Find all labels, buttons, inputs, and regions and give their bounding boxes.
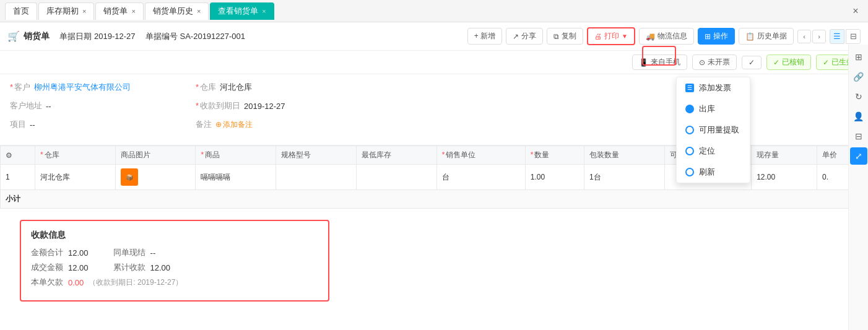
row-image: 📦 xyxy=(115,165,196,190)
doc-date-field: 单据日期 2019-12-27 xyxy=(59,31,136,42)
effect-icon: ✓ xyxy=(823,58,829,67)
copy-icon: ⧉ xyxy=(553,32,559,41)
history-button-label: 历史单据 xyxy=(757,31,787,41)
sidebar-link-icon[interactable]: 🔗 xyxy=(850,68,867,85)
due-date-field: 收款到期日 2019-12-27 xyxy=(196,100,369,111)
tab-sales-history[interactable]: 销货单历史 × xyxy=(145,2,209,20)
cumulative-item: 累计收款 12.00 xyxy=(113,262,171,273)
tab-inventory-label: 库存期初 xyxy=(46,6,79,17)
print-button[interactable]: 🖨 打印 ▼ xyxy=(587,27,635,45)
add-note-icon: ⊕ xyxy=(215,120,222,129)
share-icon: ↗ xyxy=(513,32,519,41)
tab-inventory[interactable]: 库存期初 × xyxy=(38,2,94,20)
window-close-button[interactable]: × xyxy=(848,4,863,19)
confirm-icon: ✓ xyxy=(749,58,755,67)
sidebar-user-icon[interactable]: 👤 xyxy=(850,108,867,125)
doc-title-text: 销货单 xyxy=(24,31,50,42)
doc-number-field: 单据编号 SA-20191227-001 xyxy=(145,31,246,42)
share-button[interactable]: ↗ 分享 xyxy=(506,28,543,45)
add-invoice-icon: ☰ xyxy=(685,84,694,92)
not-open-button[interactable]: ⊙ 未开票 xyxy=(692,54,737,70)
available-qty-icon xyxy=(685,126,694,134)
total-amount-label: 金额合计 xyxy=(31,247,63,258)
address-label: 客户地址 xyxy=(10,100,42,111)
confirm-check[interactable]: ✓ xyxy=(742,56,762,69)
tab-view-sales-close[interactable]: × xyxy=(262,7,266,15)
product-image: 📦 xyxy=(121,168,138,186)
overdue-label: 本单欠款 xyxy=(31,277,63,288)
doc-date-label: 单据日期 xyxy=(59,31,92,42)
outbound-menu-item[interactable]: 出库 xyxy=(677,98,750,119)
cumulative-value: 12.00 xyxy=(150,263,171,272)
sidebar-rotate-icon[interactable]: ↻ xyxy=(850,88,867,105)
refresh-menu-item[interactable]: 刷新 xyxy=(677,162,750,183)
tab-view-sales[interactable]: 查看销货单 × xyxy=(210,2,274,20)
project-value: -- xyxy=(30,120,35,129)
refresh-label: 刷新 xyxy=(699,167,715,178)
col-warehouse: 仓库 xyxy=(35,146,115,165)
tab-sales-label: 销货单 xyxy=(103,6,128,17)
row-warehouse: 河北仓库 xyxy=(35,165,115,190)
logistics-button-label: 物流信息 xyxy=(658,31,687,41)
sidebar-expand-icon[interactable]: ⤢ xyxy=(850,147,867,165)
row-unit: 台 xyxy=(436,165,525,190)
doc-number-label: 单据编号 xyxy=(145,31,178,42)
payment-row-3: 本单欠款 0.00 （收款到期日: 2019-12-27） xyxy=(31,277,318,288)
deal-amount-value: 12.00 xyxy=(68,263,89,272)
tab-sales[interactable]: 销货单 × xyxy=(95,2,143,20)
cumulative-label: 累计收款 xyxy=(113,262,145,273)
col-spec: 规格型号 xyxy=(276,146,357,165)
sidebar-table-icon[interactable]: ⊟ xyxy=(850,128,867,145)
copy-button-label: 复制 xyxy=(562,31,576,41)
view-list-button[interactable]: ☰ xyxy=(830,29,844,44)
new-button-label: + 新增 xyxy=(474,31,495,41)
add-invoice-label: 添加发票 xyxy=(699,82,731,93)
customer-value[interactable]: 柳州粤港平安气体有限公司 xyxy=(34,82,131,93)
logistics-button[interactable]: 🚚 物流信息 xyxy=(639,28,694,45)
col-pack-qty: 包装数量 xyxy=(584,146,664,165)
row-product: 嗝嗝嗝嗝 xyxy=(196,165,276,190)
tab-bar: 首页 库存期初 × 销货单 × 销货单历史 × 查看销货单 × × xyxy=(0,0,868,22)
tab-sales-history-close[interactable]: × xyxy=(197,7,201,15)
nav-next-button[interactable]: › xyxy=(812,30,826,43)
cancel-button[interactable]: ✓ 已核销 xyxy=(766,54,811,70)
tab-sales-close[interactable]: × xyxy=(131,7,135,15)
location-label: 定位 xyxy=(699,145,715,157)
share-button-label: 分享 xyxy=(521,31,536,41)
col-image: 商品图片 xyxy=(115,146,196,165)
col-settings[interactable]: ⚙ xyxy=(1,146,35,165)
print-dropdown-arrow[interactable]: ▼ xyxy=(622,33,628,40)
address-value: -- xyxy=(46,102,51,111)
nav-prev-button[interactable]: ‹ xyxy=(797,30,811,43)
tab-home[interactable]: 首页 xyxy=(5,2,37,20)
ops-button[interactable]: ⊞ 操作 xyxy=(698,28,735,45)
row-stock: 12.00 xyxy=(752,165,817,190)
add-note-label: 添加备注 xyxy=(223,119,253,130)
address-field: 客户地址 -- xyxy=(10,100,183,111)
copy-button[interactable]: ⧉ 复制 xyxy=(547,28,583,45)
col-product: 商品 xyxy=(196,146,276,165)
add-note-button[interactable]: ⊕ 添加备注 xyxy=(215,119,253,130)
sidebar-grid-icon[interactable]: ⊞ xyxy=(850,48,867,66)
doc-date-value: 2019-12-27 xyxy=(94,32,136,41)
tab-inventory-close[interactable]: × xyxy=(82,7,86,15)
from-mobile-button[interactable]: 📱 来自手机 xyxy=(632,54,687,70)
add-invoice-menu-item[interactable]: ☰ 添加发票 xyxy=(677,77,750,98)
product-img-placeholder: 📦 xyxy=(126,174,133,181)
cancel-icon: ✓ xyxy=(773,58,779,67)
history-button[interactable]: 📋 历史单据 xyxy=(739,28,794,45)
logistics-icon: 🚚 xyxy=(646,32,655,41)
doc-header: 🛒 销货单 单据日期 2019-12-27 单据编号 SA-20191227-0… xyxy=(0,22,868,51)
print-icon: 🖨 xyxy=(594,32,602,41)
doc-title: 🛒 销货单 xyxy=(7,30,50,42)
available-qty-menu-item[interactable]: 可用量提取 xyxy=(677,119,750,141)
note-label: 备注 xyxy=(196,119,212,130)
new-button[interactable]: + 新增 xyxy=(467,28,502,45)
total-amount-item: 金额合计 12.00 xyxy=(31,247,89,258)
col-min-stock: 最低库存 xyxy=(356,146,436,165)
payment-info-box: 收款信息 金额合计 12.00 同单现结 -- 成交金额 12.00 xyxy=(20,220,329,302)
view-grid-button[interactable]: ⊟ xyxy=(846,29,861,44)
location-menu-item[interactable]: 定位 xyxy=(677,141,750,162)
mobile-icon: 📱 xyxy=(639,58,648,67)
row-spec xyxy=(276,165,357,190)
